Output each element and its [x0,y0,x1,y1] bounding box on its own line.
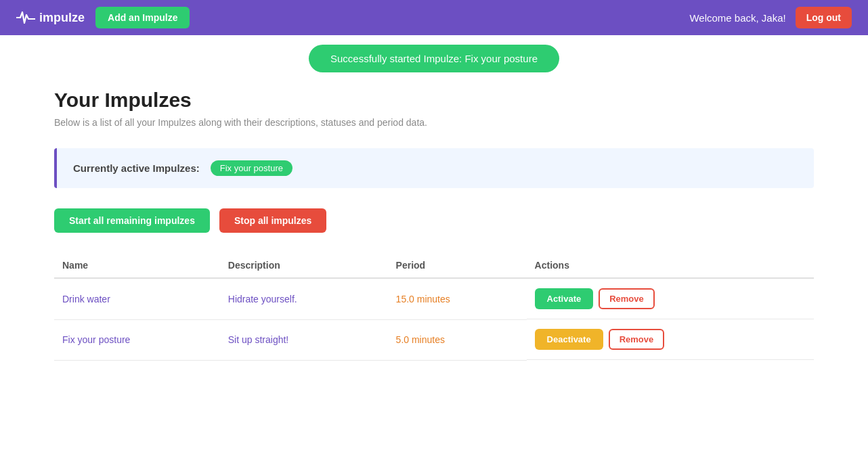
cell-period: 5.0 minutes [388,319,527,360]
remove-button[interactable]: Remove [599,288,655,309]
welcome-text: Welcome back, Jaka! [689,12,785,24]
active-banner: Currently active Impulzes: Fix your post… [54,148,814,188]
cell-actions: DeactivateRemove [527,319,814,360]
navbar: impulze Add an Impulze Welcome back, Jak… [0,0,868,35]
stop-all-button[interactable]: Stop all impulzes [219,208,326,233]
deactivate-button[interactable]: Deactivate [535,329,603,350]
table-row: Fix your postureSit up straight!5.0 minu… [54,319,814,360]
col-header-name: Name [54,253,220,278]
cell-name: Fix your posture [54,319,220,360]
page-subtitle: Below is a list of all your Impulzes alo… [54,117,814,128]
page-title: Your Impulzes [54,89,814,112]
impulze-table: Name Description Period Actions Drink wa… [54,253,814,361]
logo-icon [16,9,35,26]
table-body: Drink waterHidrate yourself.15.0 minutes… [54,278,814,360]
cell-description: Hidrate yourself. [220,278,388,319]
activate-button[interactable]: Activate [535,288,594,309]
table-header: Name Description Period Actions [54,253,814,278]
active-banner-label: Currently active Impulzes: [73,162,200,174]
cell-name: Drink water [54,278,220,319]
add-impulze-button[interactable]: Add an Impulze [95,7,190,28]
action-row: Start all remaining impulzes Stop all im… [54,208,814,233]
logout-button[interactable]: Log out [796,7,852,28]
navbar-right: Welcome back, Jaka! Log out [689,7,852,28]
navbar-left: impulze Add an Impulze [16,7,190,28]
start-all-button[interactable]: Start all remaining impulzes [54,208,210,233]
toast-message: Successfully started Impulze: Fix your p… [309,45,559,72]
table-row: Drink waterHidrate yourself.15.0 minutes… [54,278,814,319]
col-header-description: Description [220,253,388,278]
remove-button[interactable]: Remove [609,329,665,350]
logo-text: impulze [39,11,85,25]
col-header-period: Period [388,253,527,278]
cell-actions: ActivateRemove [527,279,814,319]
logo: impulze [16,9,85,26]
cell-description: Sit up straight! [220,319,388,360]
main-content: Your Impulzes Below is a list of all you… [0,72,868,388]
col-header-actions: Actions [527,253,814,278]
toast-container: Successfully started Impulze: Fix your p… [0,45,868,72]
active-impulze-badge: Fix your posture [211,160,292,176]
cell-period: 15.0 minutes [388,278,527,319]
